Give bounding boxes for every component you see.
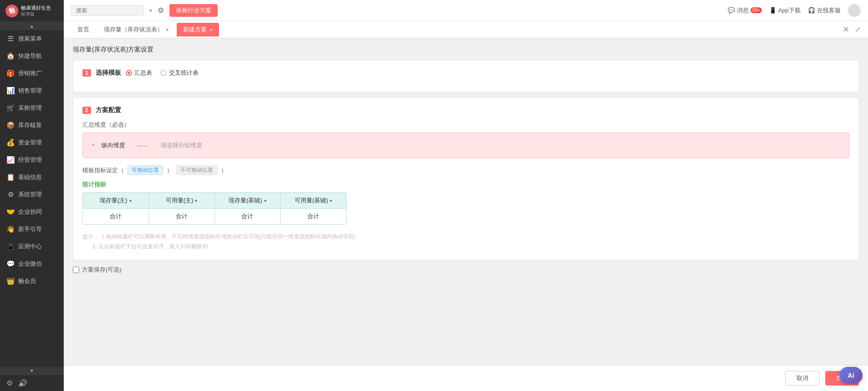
col-available-main-chevron[interactable]: ▾ <box>195 198 197 203</box>
nav-label-13: 企业微信 <box>18 260 42 268</box>
cell-available-aux: 合计 <box>281 209 346 224</box>
col-current-aux-chevron[interactable]: ▾ <box>264 198 266 203</box>
sidebar-item-3[interactable]: 📊销售管理 <box>0 82 64 99</box>
dimension-placeholder[interactable]: 请选择分组维度 <box>161 141 202 149</box>
nav-label-8: 基础信息 <box>18 173 42 181</box>
sidebar-item-12[interactable]: 📱应用中心 <box>0 238 64 255</box>
settings-footer-icon[interactable]: ⚙ <box>6 379 13 387</box>
tab-inventory-close-icon[interactable]: × <box>166 27 168 32</box>
nav-icon-9: ⚙ <box>6 190 15 199</box>
indicator-settings-close: ） <box>221 166 227 175</box>
avatar[interactable] <box>848 4 861 17</box>
speaker-footer-icon[interactable]: 🔊 <box>18 379 27 387</box>
radio-crosstab-label: 交叉统计表 <box>169 69 199 77</box>
radio-crosstab[interactable]: 交叉统计表 <box>160 69 199 77</box>
sidebar-item-6[interactable]: 💰资金管理 <box>0 134 64 151</box>
col-available-main[interactable]: 可用量(主) ▾ <box>149 193 215 208</box>
app-download-icon: 📱 <box>769 7 776 14</box>
sidebar: 畅 畅康通好生意 标准版 ▲ ☰搜索菜单🏠快捷导航🎁营销推广📊销售管理🛒采购管理… <box>0 0 64 391</box>
sidebar-item-0[interactable]: ☰搜索菜单 <box>0 30 64 47</box>
nav-icon-0: ☰ <box>6 35 15 43</box>
message-button[interactable]: 💬 消息 99+ <box>728 6 762 15</box>
nav-label-7: 经营管理 <box>18 156 42 164</box>
sidebar-item-2[interactable]: 🎁营销推广 <box>0 65 64 82</box>
sidebar-item-14[interactable]: 👑畅会员 <box>0 273 64 290</box>
dimension-required-area: * 纵向维度 —— 请选择分组维度 <box>82 133 849 158</box>
sidebar-item-7[interactable]: 📈经营管理 <box>0 151 64 169</box>
radio-summary[interactable]: 汇总表 <box>126 69 152 77</box>
tab-new-plan-close-icon[interactable]: × <box>209 27 212 32</box>
col-current-aux-label: 现存量(基辅) <box>229 196 262 205</box>
tab-home[interactable]: 首页 <box>71 23 96 36</box>
topbar-settings-icon[interactable]: ⚙ <box>158 6 164 15</box>
step1-badge: 1 <box>82 69 91 77</box>
sidebar-item-11[interactable]: 👋新手引导 <box>0 221 64 238</box>
nav-icon-6: 💰 <box>6 139 15 147</box>
col-current-main-chevron[interactable]: ▾ <box>129 198 132 203</box>
ai-fab-button[interactable]: Ai <box>839 367 863 384</box>
sidebar-item-1[interactable]: 🏠快捷导航 <box>0 47 64 65</box>
nav-label-6: 资金管理 <box>18 139 42 147</box>
draggable-badge: 可拖动位置 <box>128 165 163 175</box>
sidebar-item-10[interactable]: 🤝企业协同 <box>0 203 64 221</box>
radio-summary-icon <box>126 70 132 76</box>
nav-label-2: 营销推广 <box>18 69 42 77</box>
col-current-aux[interactable]: 现存量(基辅) ▾ <box>215 193 281 208</box>
col-available-aux[interactable]: 可用量(基辅) ▾ <box>281 193 346 208</box>
expand-icon[interactable]: ⤢ <box>855 25 861 34</box>
vertical-dimension-label: 纵向维度 <box>102 141 125 149</box>
message-icon: 💬 <box>728 7 735 14</box>
cancel-button[interactable]: 取消 <box>785 371 820 386</box>
search-input[interactable] <box>71 5 144 16</box>
step1-section: 1 选择模板 汇总表 交叉统计表 <box>73 60 859 92</box>
nav-label-1: 快捷导航 <box>18 52 42 60</box>
step1-title: 选择模板 <box>96 69 121 77</box>
nav-label-9: 系统管理 <box>18 190 42 199</box>
nav-label-14: 畅会员 <box>18 277 36 285</box>
indicator-settings-row: 模板指标设定（ 可拖动位置 ） 不可拖动位置 ） <box>82 165 849 175</box>
required-star-icon: * <box>92 142 94 149</box>
nav-label-11: 新手引导 <box>18 225 42 233</box>
footer-bar: 取消 查询 <box>64 365 868 391</box>
sidebar-item-8[interactable]: 📋基础信息 <box>0 169 64 186</box>
col-current-main-label: 现存量(主) <box>100 196 128 205</box>
stats-table-body: 合计 合计 合计 合计 <box>83 208 346 224</box>
save-option-row: 方案保存(可选) <box>73 266 859 274</box>
sidebar-item-9[interactable]: ⚙系统管理 <box>0 186 64 203</box>
tab-inventory[interactable]: 现存量（库存状况表） × <box>97 23 175 36</box>
save-option-label: 方案保存(可选) <box>82 266 122 274</box>
logo-icon: 畅 <box>5 5 18 17</box>
template-radio-group: 汇总表 交叉统计表 <box>126 69 199 77</box>
sidebar-scroll-up[interactable]: ▲ <box>0 22 64 30</box>
step2-title: 方案配置 <box>96 106 121 114</box>
app-download-button[interactable]: 📱 App下载 <box>769 6 801 15</box>
nav-label-3: 销售管理 <box>18 87 42 95</box>
trial-industry-button[interactable]: 体验行业方案 <box>169 4 218 17</box>
app-download-label: App下载 <box>778 6 801 15</box>
nav-icon-4: 🛒 <box>6 104 15 112</box>
step1-header: 1 选择模板 汇总表 交叉统计表 <box>82 69 849 77</box>
col-available-aux-chevron[interactable]: ▾ <box>330 198 332 203</box>
topbar: ▾ ⚙ 体验行业方案 💬 消息 99+ 📱 App下载 🎧 在线客服 <box>64 0 868 21</box>
online-service-label: 在线客服 <box>817 6 841 15</box>
page-title: 现存量(库存状况表)方案设置 <box>73 46 859 54</box>
sidebar-scroll-down[interactable]: ▼ <box>0 367 64 375</box>
cell-available-main: 合计 <box>149 209 215 224</box>
nav-icon-13: 💬 <box>6 260 15 268</box>
save-checkbox[interactable] <box>73 267 79 273</box>
tab-home-label: 首页 <box>77 26 89 34</box>
tabs-bar: 首页 现存量（库存状况表） × 新建方案 × ✕ ⤢ <box>64 21 868 38</box>
message-label: 消息 <box>737 6 749 15</box>
dimension-required-label: 汇总维度（必选） <box>82 121 849 129</box>
sidebar-item-4[interactable]: 🛒采购管理 <box>0 99 64 117</box>
col-current-main[interactable]: 现存量(主) ▾ <box>83 193 149 208</box>
step2-header: 2 方案配置 <box>82 106 849 114</box>
chevron-down-icon[interactable]: ▾ <box>149 7 152 14</box>
nav-icon-10: 🤝 <box>6 208 15 216</box>
tab-new-plan[interactable]: 新建方案 × <box>177 23 219 36</box>
online-service-button[interactable]: 🎧 在线客服 <box>808 6 841 15</box>
close-panel-icon[interactable]: ✕ <box>842 25 849 35</box>
nav-icon-1: 🏠 <box>6 52 15 60</box>
sidebar-item-5[interactable]: 📦库存核算 <box>0 117 64 134</box>
sidebar-item-13[interactable]: 💬企业微信 <box>0 255 64 273</box>
